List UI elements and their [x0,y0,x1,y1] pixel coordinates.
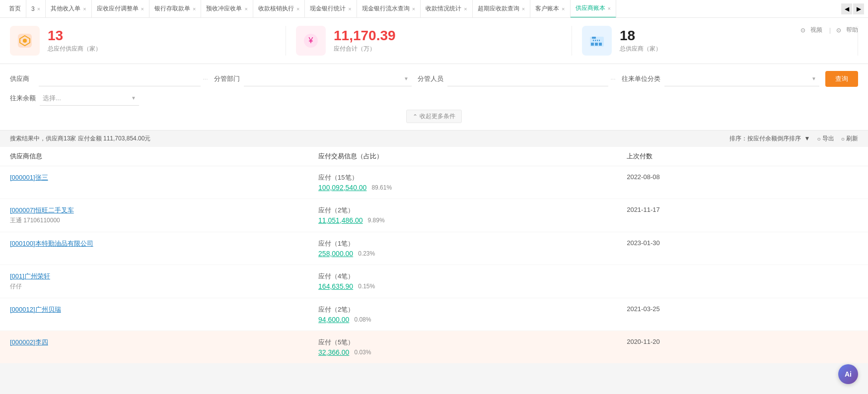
close-icon[interactable]: × [37,6,40,12]
close-icon[interactable]: × [464,6,467,12]
close-icon[interactable]: × [141,6,144,12]
table-row: [000012]广州贝瑞 应付（2笔） 94,600.00 0.08% 2021… [0,298,868,331]
filter-category: 往来单位分类 ▼ [622,71,820,86]
collapse-button[interactable]: ⌃ 收起更多条件 [406,110,462,123]
svg-rect-10 [599,40,600,41]
svg-rect-6 [592,37,596,39]
table-row: [000001]张三 应付（15笔） 100,092,540.00 89.61%… [0,166,868,199]
nav-next-button[interactable]: ▶ [853,3,864,14]
main-table: 供应商信息 应付交易信息（占比） 上次付数 [000001]张三 应付（15笔）… [0,147,868,364]
refresh-icon: ○ [841,135,845,142]
payable-amount-5[interactable]: 94,600.00 [318,316,349,324]
export-button[interactable]: ○ 导出 [817,134,834,143]
col-header-last-payment: 上次付数 [627,152,858,161]
supplier-dots-icon[interactable]: ··· [203,75,208,82]
nav-tab-home[interactable]: 首页 [4,0,26,18]
person-label: 分管人员 [418,74,443,83]
stat-info-payable-total: 11,170.39 应付合计（万） [334,29,396,53]
payable-info-4: 应付（4笔） 164,635.90 0.15% [318,272,627,290]
close-icon[interactable]: × [348,6,351,12]
close-icon[interactable]: × [522,6,525,12]
category-label: 往来单位分类 [622,74,660,83]
filter-row-1: 供应商 ··· 分管部门 ▼ 分管人员 ··· 往来单位分类 ▼ 查询 [10,71,858,87]
divider: | [827,27,831,34]
supplier-link-5[interactable]: [000012]广州贝瑞 [10,305,318,314]
video-icon: ⊙ [800,27,805,34]
nav-tab-cash-flow-query[interactable]: 现金银行流水查询 × [357,0,421,18]
close-icon[interactable]: × [193,6,196,12]
payable-amount-6[interactable]: 32,366.00 [318,348,349,356]
dept-select[interactable]: ▼ [244,71,412,86]
payable-percent-1: 89.61% [371,184,392,191]
stat-value-total-suppliers: 18 [620,29,661,43]
refresh-button[interactable]: ○ 刷新 [841,134,858,143]
payable-percent-5: 0.08% [354,316,371,323]
payable-amount-4[interactable]: 164,635.90 [318,282,353,290]
sort-label[interactable]: 排序：按应付余额倒序排序 ▼ [729,134,810,143]
nav-tab-supplier-ledger[interactable]: 供应商账本 × [571,0,616,18]
person-dots-icon[interactable]: ··· [610,75,615,82]
supplier-label: 供应商 [10,74,35,83]
close-icon[interactable]: × [296,6,299,12]
payable-info-3: 应付（1笔） 258,000.00 0.23% [318,239,627,258]
payable-amount-2[interactable]: 11,051,486.00 [318,216,363,224]
payable-count-4: 应付（4笔） [318,272,627,281]
nav-tab-cash-bank-stat[interactable]: 现金银行统计 × [305,0,357,18]
close-icon[interactable]: × [244,6,247,12]
stat-block-suppliers-payable: 13 总应付供应商（家） [10,26,286,56]
nav-tab-bank-deposit[interactable]: 银行存取款单 × [149,0,201,18]
supplier-input[interactable] [39,71,201,86]
supplier-info-5: [000012]广州贝瑞 [10,305,318,314]
nav-tab-customer-ledger[interactable]: 客户账本 × [530,0,570,18]
balance-select-text: 选择... [43,94,61,103]
nav-tab-overdue-query[interactable]: 超期应收款查询 × [473,0,530,18]
payable-percent-4: 0.15% [358,283,375,290]
dept-chevron-icon: ▼ [404,76,409,81]
nav-tab-collection-stat[interactable]: 收款情况统计 × [421,0,472,18]
dept-label: 分管部门 [214,74,240,83]
stat-block-payable-total: ¥ 11,170.39 应付合计（万） [286,26,572,56]
export-icon: ○ [817,135,821,142]
svg-point-2 [23,39,27,43]
results-bar: 搜索结果中，供应商13家 应付金额 111,703,854.00元 排序：按应付… [0,131,868,147]
sort-chevron-icon: ▼ [804,135,810,142]
close-icon[interactable]: × [562,6,565,12]
header-actions: ⊙ 视频 | ⊙ 帮助 [800,26,858,34]
stat-icon-total-suppliers [582,26,612,56]
close-icon[interactable]: × [412,6,415,12]
category-select[interactable]: ▼ [664,71,820,86]
nav-tab-3[interactable]: 3 × [26,0,46,18]
last-payment-2: 2021-11-17 [627,206,858,213]
video-link[interactable]: 视频 [810,26,822,34]
nav-tab-ar-ap-adjust[interactable]: 应收应付调整单 × [92,0,149,18]
supplier-info-6: [000002]李四 [10,338,318,347]
table-row: [000002]李四 应付（5笔） 32,366.00 0.03% 2020-1… [0,331,868,364]
search-button[interactable]: 查询 [825,71,858,87]
supplier-link-2[interactable]: [000007]恒旺二手叉车 [10,206,318,215]
close-icon[interactable]: × [83,6,86,12]
supplier-link-1[interactable]: [000001]张三 [10,173,318,182]
supplier-link-4[interactable]: [001]广州荣轩 [10,272,318,281]
payable-count-6: 应付（5笔） [318,338,627,347]
supplier-sub-4: 仔仔 [10,282,318,291]
payable-count-2: 应付（2笔） [318,206,627,215]
filter-area: 供应商 ··· 分管部门 ▼ 分管人员 ··· 往来单位分类 ▼ 查询 往来 [0,64,868,131]
payable-count-1: 应付（15笔） [318,173,627,182]
payable-amount-1[interactable]: 100,092,540.00 [318,184,366,192]
filter-person: 分管人员 ··· [418,71,616,86]
last-payment-6: 2020-11-20 [627,338,858,345]
table-row: [001]广州荣轩 仔仔 应付（4笔） 164,635.90 0.15% [0,265,868,298]
supplier-link-3[interactable]: [000100]本特勤油品有限公司 [10,239,318,248]
close-icon[interactable]: × [608,5,611,11]
nav-tab-prepay-offset[interactable]: 预收冲应收单 × [201,0,253,18]
payable-amount-3[interactable]: 258,000.00 [318,250,353,258]
supplier-link-6[interactable]: [000002]李四 [10,338,318,347]
payable-percent-6: 0.03% [354,349,371,356]
nav-tab-collection-exec[interactable]: 收款核销执行 × [253,0,305,18]
nav-prev-button[interactable]: ◀ [841,3,852,14]
nav-tab-other-income[interactable]: 其他收入单 × [46,0,91,18]
person-input[interactable] [447,71,608,86]
help-link[interactable]: 帮助 [846,26,858,34]
balance-select[interactable]: 选择... ▼ [40,91,139,106]
category-chevron-icon: ▼ [811,76,816,81]
